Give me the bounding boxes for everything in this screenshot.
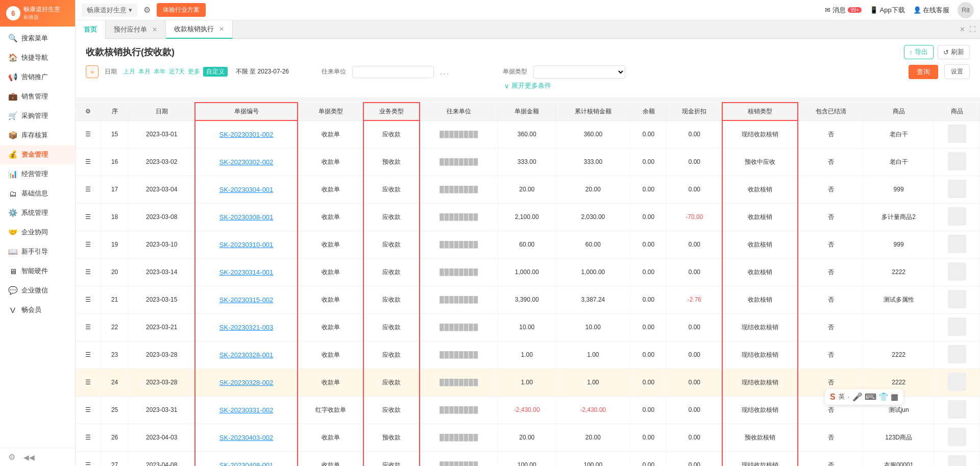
sidebar-item-marketing[interactable]: 📢营销推广 <box>0 67 75 87</box>
expand-more-conditions[interactable]: ∨ 展开更多条件 <box>86 79 970 92</box>
sidebar-item-finance[interactable]: 💰资金管理 <box>0 145 75 164</box>
th-date[interactable]: 日期 <box>129 103 195 120</box>
th-goods[interactable]: 商品 <box>864 103 934 120</box>
sidebar-item-sales[interactable]: 💼销售管理 <box>0 87 75 106</box>
partner-dots-icon[interactable]: ... <box>440 67 450 77</box>
td-bill-no[interactable]: SK-20230328-001 <box>195 341 298 369</box>
table-row[interactable]: ☰ 24 2023-03-28 SK-20230328-002 收款单 应收款 … <box>76 369 980 396</box>
date-option-more[interactable]: 更多 <box>188 67 200 76</box>
sidebar-item-base[interactable]: 🗂基础信息 <box>0 184 75 203</box>
td-settings[interactable]: ☰ <box>76 313 101 341</box>
app-download-button[interactable]: 📱 App下载 <box>870 6 904 15</box>
sidebar-item-purchase[interactable]: 🛒采购管理 <box>0 106 75 126</box>
table-row[interactable]: ☰ 23 2023-03-28 SK-20230328-001 收款单 应收款 … <box>76 341 980 369</box>
table-row[interactable]: ☰ 27 2023-04-08 SK-20230408-001 收款单 应收款 … <box>76 451 980 466</box>
bill-type-select[interactable] <box>533 65 625 79</box>
window-expand-icon[interactable]: ⛶ <box>969 26 976 33</box>
td-bill-no[interactable]: SK-20230408-001 <box>195 451 298 466</box>
td-settings[interactable]: ☰ <box>76 286 101 313</box>
th-include[interactable]: 包含已结清 <box>798 103 863 120</box>
td-settings[interactable]: ☰ <box>76 148 101 176</box>
date-option-7days[interactable]: 近7天 <box>169 67 185 76</box>
th-bill-no[interactable]: 单据编号 <box>195 103 298 120</box>
tab-collection-close-icon[interactable]: ✕ <box>219 20 224 38</box>
sidebar-item-search[interactable]: 🔍搜索菜单 <box>0 29 75 48</box>
date-option-thismonth[interactable]: 本月 <box>138 67 151 76</box>
th-cancel-type[interactable]: 核销类型 <box>722 103 798 120</box>
window-close-icon[interactable]: ✕ <box>960 26 965 33</box>
table-row[interactable]: ☰ 21 2023-03-15 SK-20230315-002 收款单 应收款 … <box>76 286 980 313</box>
table-row[interactable]: ☰ 20 2023-03-14 SK-20230314-001 收款单 应收款 … <box>76 258 980 286</box>
td-settings[interactable]: ☰ <box>76 176 101 203</box>
td-settings[interactable]: ☰ <box>76 396 101 424</box>
td-settings[interactable]: ☰ <box>76 424 101 451</box>
th-goods2[interactable]: 商品 <box>934 103 980 120</box>
td-bill-no[interactable]: SK-20230302-002 <box>195 148 298 176</box>
td-settings[interactable]: ☰ <box>76 258 101 286</box>
table-row[interactable]: ☰ 25 2023-03-31 SK-20230331-002 红字收款单 应收… <box>76 396 980 424</box>
table-row[interactable]: ☰ 16 2023-03-02 SK-20230302-002 收款单 预收款 … <box>76 148 980 176</box>
td-bill-no[interactable]: SK-20230314-001 <box>195 258 298 286</box>
partner-filter-input[interactable] <box>352 66 434 78</box>
th-settings[interactable]: ⚙ <box>76 103 101 120</box>
date-option-thisyear[interactable]: 本年 <box>154 67 166 76</box>
td-settings[interactable]: ☰ <box>76 341 101 369</box>
td-settings[interactable]: ☰ <box>76 120 101 148</box>
td-settings[interactable]: ☰ <box>76 203 101 231</box>
table-row[interactable]: ☰ 15 2023-03-01 SK-20230301-002 收款单 应收款 … <box>76 120 980 148</box>
th-balance[interactable]: 余额 <box>630 103 667 120</box>
sidebar-item-corp[interactable]: 🤝企业协同 <box>0 223 75 242</box>
settings-gear-icon[interactable]: ⚙ <box>143 5 151 15</box>
th-partner[interactable]: 往来单位 <box>420 103 498 120</box>
td-bill-no[interactable]: SK-20230328-002 <box>195 369 298 396</box>
settings-icon[interactable]: ⚙ <box>8 452 15 462</box>
td-bill-no[interactable]: SK-20230301-002 <box>195 120 298 148</box>
sidebar-item-quicknav[interactable]: 🏠快捷导航 <box>0 48 75 67</box>
filter-expand-button[interactable]: » <box>86 65 99 78</box>
date-option-lastmonth[interactable]: 上月 <box>123 67 135 76</box>
td-bill-no[interactable]: SK-20230403-002 <box>195 424 298 451</box>
td-settings[interactable]: ☰ <box>76 451 101 466</box>
tab-collection[interactable]: 收款核销执行 ✕ <box>166 20 233 39</box>
sidebar-item-guide[interactable]: 📖新手引导 <box>0 242 75 261</box>
industry-solution-button[interactable]: 体验行业方案 <box>157 3 206 17</box>
sidebar-item-wechat[interactable]: 💬企业微信 <box>0 281 75 300</box>
td-bill-no[interactable]: SK-20230304-001 <box>195 176 298 203</box>
tab-prepay[interactable]: 预付应付单 ✕ <box>106 20 166 39</box>
td-settings[interactable]: ☰ <box>76 369 101 396</box>
query-button[interactable]: 查询 <box>909 65 938 79</box>
table-row[interactable]: ☰ 19 2023-03-10 SK-20230310-001 收款单 应收款 … <box>76 231 980 258</box>
table-row[interactable]: ☰ 26 2023-04-03 SK-20230403-002 收款单 预收款 … <box>76 424 980 451</box>
td-bill-no[interactable]: SK-20230331-002 <box>195 396 298 424</box>
sidebar-item-hardware[interactable]: 🖥智能硬件 <box>0 261 75 281</box>
refresh-button[interactable]: ↺ 刷新 <box>938 45 970 59</box>
td-bill-no[interactable]: SK-20230310-001 <box>195 231 298 258</box>
sidebar-item-system[interactable]: ⚙️系统管理 <box>0 203 75 223</box>
td-bill-no[interactable]: SK-20230321-003 <box>195 313 298 341</box>
date-option-custom[interactable]: 自定义 <box>203 67 228 77</box>
sidebar-item-inventory[interactable]: 📦库存核算 <box>0 126 75 145</box>
table-row[interactable]: ☰ 17 2023-03-04 SK-20230304-001 收款单 应收款 … <box>76 176 980 203</box>
setting-button[interactable]: 设置 <box>944 64 970 79</box>
th-bill-type[interactable]: 单据类型 <box>298 103 363 120</box>
message-button[interactable]: ✉ 消息 99+ <box>825 6 862 15</box>
table-row[interactable]: ☰ 22 2023-03-21 SK-20230321-003 收款单 应收款 … <box>76 313 980 341</box>
sidebar-item-business[interactable]: 📊经营管理 <box>0 164 75 184</box>
tab-home[interactable]: 首页 <box>76 20 106 39</box>
table-row[interactable]: ☰ 18 2023-03-08 SK-20230308-001 收款单 应收款 … <box>76 203 980 231</box>
tab-prepay-close-icon[interactable]: ✕ <box>152 20 157 39</box>
td-bill-no[interactable]: SK-20230308-001 <box>195 203 298 231</box>
td-partner: ████████ <box>420 369 498 396</box>
th-discount[interactable]: 现金折扣 <box>667 103 722 120</box>
th-amount[interactable]: 单据金额 <box>498 103 556 120</box>
user-avatar[interactable]: Rit <box>958 2 974 18</box>
collapse-icon[interactable]: ◀◀ <box>23 453 35 461</box>
td-settings[interactable]: ☰ <box>76 231 101 258</box>
th-biz-type[interactable]: 业务类型 <box>363 103 420 120</box>
sidebar-item-member[interactable]: V畅会员 <box>0 300 75 320</box>
export-button[interactable]: ↑ 导出 <box>904 45 934 59</box>
th-cumulative[interactable]: 累计核销金额 <box>556 103 630 120</box>
td-bill-no[interactable]: SK-20230315-002 <box>195 286 298 313</box>
company-selector[interactable]: 畅康道好生意 ▾ <box>82 4 137 17</box>
online-service-button[interactable]: 👤 在线客服 <box>913 6 949 15</box>
